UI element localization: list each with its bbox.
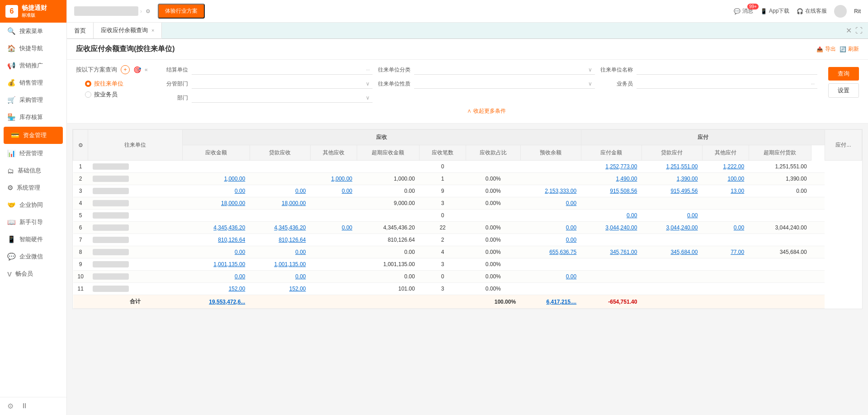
sidebar-item-hardware[interactable]: 📱 智能硬件: [0, 231, 66, 248]
cell-recv-loan[interactable]: 0.00: [250, 246, 310, 258]
promo-button[interactable]: 体验行业方案: [158, 4, 205, 19]
cell-recv-prepay[interactable]: 2,153,333.00: [520, 185, 581, 197]
cell-recv-loan[interactable]: 152.00: [250, 283, 310, 295]
sidebar-item-system[interactable]: ⚙ 系统管理: [0, 179, 66, 196]
settlement-unit-input[interactable]: ···: [192, 65, 373, 75]
cell-pay-amount[interactable]: 1,252,773.00: [581, 161, 642, 173]
app-download[interactable]: 📱 App下载: [760, 7, 789, 15]
cell-pay-other[interactable]: 13.00: [702, 185, 749, 197]
sidebar-item-member[interactable]: V 畅会员: [0, 265, 66, 282]
cell-recv-prepay[interactable]: 0.00: [520, 197, 581, 210]
cell-recv-overdue: 4,345,436.20: [357, 222, 419, 234]
partner-name-input[interactable]: [637, 65, 817, 75]
sidebar-item-purchase[interactable]: 🛒 采购管理: [0, 91, 66, 109]
cell-recv-amount[interactable]: 1,000.00: [182, 173, 250, 185]
cell-pay-other[interactable]: 100.00: [702, 173, 749, 185]
cell-pay-loan[interactable]: 345,684.00: [642, 246, 702, 258]
cell-pay-amount[interactable]: 1,490.00: [581, 173, 642, 185]
cell-pay-loan[interactable]: 1,251,551.00: [642, 161, 702, 173]
dept-select[interactable]: ∨: [192, 79, 373, 89]
sidebar-item-basic-info[interactable]: 🗂 基础信息: [0, 162, 66, 179]
total-pay-amount: -654,751.40: [581, 295, 642, 309]
department-select[interactable]: ∨: [192, 93, 373, 103]
sidebar-collapse-icon[interactable]: ⏸: [21, 402, 28, 410]
cell-recv-amount[interactable]: 152.00: [182, 283, 250, 295]
cell-pay-amount[interactable]: 0.00: [581, 210, 642, 222]
settlement-unit-text[interactable]: [194, 67, 366, 73]
col-settings[interactable]: ⚙: [73, 130, 88, 161]
cell-recv-amount[interactable]: 18,000.00: [182, 197, 250, 210]
cell-recv-amount[interactable]: 0.00: [182, 185, 250, 197]
cell-pay-loan[interactable]: 0.00: [642, 210, 702, 222]
cell-recv-amount[interactable]: 0.00: [182, 246, 250, 258]
cell-recv-loan[interactable]: 4,345,436.20: [250, 222, 310, 234]
tab-current[interactable]: 应收应付余额查询 ×: [94, 23, 162, 38]
cell-recv-loan[interactable]: 0.00: [250, 185, 310, 197]
collapse-bar[interactable]: ∧ 收起更多条件: [156, 105, 817, 118]
cell-pay-other: [702, 258, 749, 271]
user-avatar[interactable]: [834, 5, 847, 18]
header-gear-icon[interactable]: ⚙: [146, 8, 151, 14]
cell-recv-prepay[interactable]: 0.00: [520, 234, 581, 246]
search-option-by-partner[interactable]: 按往来单位: [85, 80, 148, 88]
cell-recv-other[interactable]: 1,000.00: [310, 173, 357, 185]
cell-recv-loan[interactable]: 0.00: [250, 271, 310, 283]
cell-recv-other[interactable]: 0.00: [310, 222, 357, 234]
tab-close-icon[interactable]: ×: [151, 28, 154, 33]
cell-recv-amount[interactable]: 4,345,436.20: [182, 222, 250, 234]
query-button[interactable]: 查询: [828, 67, 859, 81]
refresh-button[interactable]: 🔄 刷新: [840, 45, 859, 53]
partner-nature-select[interactable]: ∨: [414, 79, 595, 89]
tab-fullscreen-icon[interactable]: ⛶: [855, 27, 863, 35]
table-row: 4 18,000.00 18,000.00 9,000.00 3 0.00% 0…: [73, 197, 862, 210]
partner-category-select[interactable]: ∨: [414, 65, 595, 75]
cell-pay-loan[interactable]: 3,044,240.00: [642, 222, 702, 234]
total-recv-amount[interactable]: 19,553,472,6...: [182, 295, 250, 309]
settings-button[interactable]: 设置: [828, 83, 859, 98]
cell-recv-prepay[interactable]: 655,636.75: [520, 246, 581, 258]
cell-pay-other[interactable]: 1,222.00: [702, 161, 749, 173]
sidebar-item-inventory[interactable]: 🏪 库存核算: [0, 109, 66, 126]
sidebar-item-guide[interactable]: 📖 新手引导: [0, 214, 66, 231]
search-add-button[interactable]: +: [121, 65, 130, 74]
salesman-input[interactable]: ···: [637, 79, 817, 89]
cell-recv-loan[interactable]: 18,000.00: [250, 197, 310, 210]
search-target-icon[interactable]: 🎯: [133, 66, 141, 73]
total-recv-prepay[interactable]: 6,417,215....: [520, 295, 581, 309]
table-row: 8 0.00 0.00 0.00 4 0.00% 655,636.75 345,…: [73, 246, 862, 258]
cell-pay-loan[interactable]: 915,495.56: [642, 185, 702, 197]
cell-recv-amount[interactable]: 810,126.64: [182, 234, 250, 246]
cell-recv-prepay[interactable]: 0.00: [520, 271, 581, 283]
sidebar-item-search-menu[interactable]: 🔍 搜索菜单: [0, 23, 66, 40]
cell-pay-amount[interactable]: 3,044,240.00: [581, 222, 642, 234]
cell-recv-amount[interactable]: 0.00: [182, 271, 250, 283]
online-service[interactable]: 🎧 在线客服: [797, 7, 827, 15]
cell-pay-amount[interactable]: 345,761.00: [581, 246, 642, 258]
search-option-by-salesman[interactable]: 按业务员: [85, 91, 148, 99]
sidebar-settings-icon[interactable]: ⚙: [7, 402, 14, 410]
cell-recv-loan[interactable]: 810,126.64: [250, 234, 310, 246]
partner-name-text[interactable]: [639, 67, 815, 73]
tab-close-window-icon[interactable]: ✕: [846, 26, 852, 35]
cell-pay-other[interactable]: 77.00: [702, 246, 749, 258]
cell-recv-other[interactable]: 0.00: [310, 185, 357, 197]
salesman-text[interactable]: [639, 81, 811, 87]
cell-recv-loan[interactable]: 1,001,135.00: [250, 258, 310, 271]
sidebar-item-operation[interactable]: 📊 经营管理: [0, 145, 66, 162]
wechat-icon: 💬: [7, 253, 16, 261]
cell-pay-other[interactable]: 0.00: [702, 222, 749, 234]
cell-recv-prepay[interactable]: 0.00: [520, 222, 581, 234]
tab-home[interactable]: 首页: [67, 23, 94, 38]
sidebar-item-quick-nav[interactable]: 🏠 快捷导航: [0, 40, 66, 57]
sidebar-item-finance[interactable]: 💳 资金管理: [4, 127, 63, 144]
cell-recv-amount[interactable]: 1,001,135.00: [182, 258, 250, 271]
export-button[interactable]: 📤 导出: [816, 45, 836, 53]
sidebar-item-wechat[interactable]: 💬 企业微信: [0, 248, 66, 265]
cell-pay-amount[interactable]: 915,508.56: [581, 185, 642, 197]
sidebar-item-sales[interactable]: 💰 销售管理: [0, 74, 66, 91]
sidebar-item-cooperation[interactable]: 🤝 企业协同: [0, 196, 66, 214]
search-back-icon[interactable]: «: [145, 67, 148, 73]
sidebar-item-marketing[interactable]: 📢 营销推广: [0, 57, 66, 74]
cell-pay-loan[interactable]: 1,390.00: [642, 173, 702, 185]
message-badge[interactable]: 💬 消息 99+: [734, 7, 753, 15]
